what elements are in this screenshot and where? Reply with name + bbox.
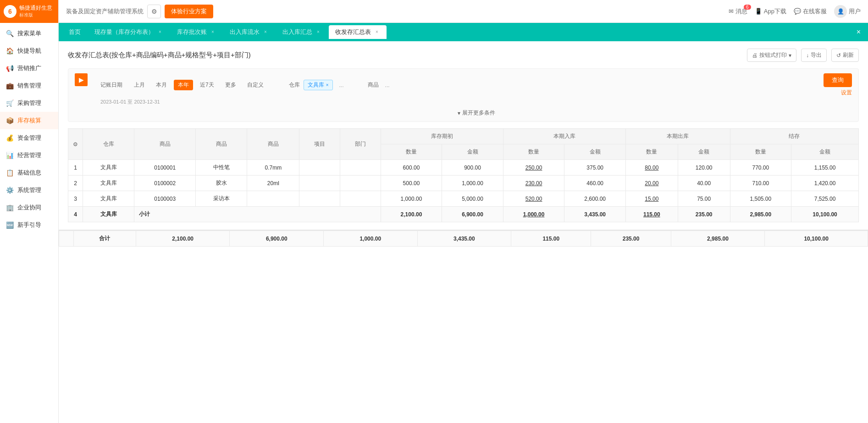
row-closing-amount: 7,525.00: [791, 191, 859, 207]
purchase-icon: 🛒: [6, 99, 14, 107]
close-tab-button[interactable]: ×: [853, 28, 864, 36]
sidebar-item-finance[interactable]: 💰 资金管理: [0, 129, 58, 147]
tab-close-icon[interactable]: ×: [262, 29, 269, 35]
tab-recv-send-summary[interactable]: 收发存汇总表 ×: [329, 25, 387, 39]
warehouse-more-button[interactable]: ...: [337, 81, 347, 89]
row-product-name: 采访本: [195, 191, 247, 207]
trial-button[interactable]: 体验行业方案: [165, 5, 213, 18]
main-area: 装备及固定资产辅助管理系统 ⚙ 体验行业方案 ✉ 消息 6 📱 App下载 💬 …: [59, 0, 868, 423]
sidebar-item-marketing[interactable]: 📢 营销推广: [0, 60, 58, 77]
user-button[interactable]: 👤 用户: [834, 5, 861, 18]
subtotal-in-qty[interactable]: 1,000.00: [503, 207, 564, 222]
date-range-display: 2023-01-01 至 2023-12-31: [100, 99, 160, 104]
col-project-header: 项目: [299, 129, 340, 160]
subtotal-out-qty[interactable]: 115.00: [625, 207, 678, 222]
row-in-qty[interactable]: 230.00: [503, 176, 564, 191]
row-product-name: 中性笔: [195, 160, 247, 176]
tab-close-icon[interactable]: ×: [374, 29, 380, 35]
warehouse-tag-close[interactable]: ×: [326, 82, 329, 88]
row-product-code: 0100003: [134, 191, 196, 207]
row-department: [340, 176, 381, 191]
subtotal-warehouse: 文具库: [83, 207, 134, 222]
row-opening-amount: 5,000.00: [442, 191, 503, 207]
tab-close-icon[interactable]: ×: [315, 29, 321, 35]
toggle-icon: ▶: [79, 76, 84, 83]
topbar-right: ✉ 消息 6 📱 App下载 💬 在线客服 👤 用户: [729, 5, 861, 18]
app-download-button[interactable]: 📱 App下载: [755, 7, 786, 16]
refresh-button[interactable]: ↺ 刷新: [831, 49, 859, 62]
row-in-qty[interactable]: 520.00: [503, 191, 564, 207]
online-service-button[interactable]: 💬 在线客服: [794, 7, 827, 16]
tab-close-icon[interactable]: ×: [210, 29, 216, 35]
refresh-icon: ↺: [836, 52, 841, 59]
row-warehouse: 文具库: [83, 160, 134, 176]
date-btn-custom[interactable]: 自定义: [243, 80, 268, 90]
row-out-qty[interactable]: 20.00: [625, 176, 678, 191]
sidebar-item-inventory[interactable]: 📦 库存核算: [0, 112, 58, 129]
sidebar: 6 畅捷通好生意 标准版 🔍 搜索菜单 🏠 快捷导航 📢 营销推广 💼 销售管理…: [0, 0, 59, 423]
row-out-qty[interactable]: 80.00: [625, 160, 678, 176]
expand-button[interactable]: ▾ 展开更多条件: [458, 109, 495, 117]
col-opening-header: 库存期初: [381, 129, 503, 144]
tab-inventory-dist[interactable]: 现存量（库存分布表） ×: [88, 25, 170, 39]
tab-io-flow[interactable]: 出入库流水 ×: [223, 25, 275, 39]
download-icon: 📱: [755, 8, 762, 15]
filter-toggle-button[interactable]: ▶: [75, 73, 88, 86]
tabbar: 首页 现存量（库存分布表） × 库存批次账 × 出入库流水 × 出入库汇总 × …: [59, 23, 868, 41]
col-in-header: 本期入库: [503, 129, 625, 144]
row-out-amount: 40.00: [678, 176, 730, 191]
tab-batch-ledger[interactable]: 库存批次账 ×: [171, 25, 222, 39]
sidebar-item-purchase[interactable]: 🛒 采购管理: [0, 94, 58, 112]
filter-main: ▶ 记账日期 上月 本月 本年 近7天 更多: [75, 73, 852, 117]
print-label: 按钮式打印: [759, 51, 787, 59]
row-opening-qty: 500.00: [381, 176, 442, 191]
query-button[interactable]: 查询: [824, 73, 852, 87]
sidebar-item-basic[interactable]: 📋 基础信息: [0, 164, 58, 181]
export-button[interactable]: ↓ 导出: [801, 49, 827, 62]
total-row: 合计 2,100.00 6,900.00 1,000.00 3,435.00 1…: [59, 231, 868, 247]
date-btn-this-month[interactable]: 本月: [152, 80, 171, 90]
tab-recv-send-label: 收发存汇总表: [335, 28, 371, 36]
row-product-code: 0100002: [134, 176, 196, 191]
topbar-left: 装备及固定资产辅助管理系统 ⚙ 体验行业方案: [66, 5, 213, 18]
filter-setting-button[interactable]: 设置: [841, 89, 852, 97]
col-product-spec-header: 商品: [247, 129, 299, 160]
inventory-icon: 📦: [6, 117, 14, 124]
sidebar-item-quicknav[interactable]: 🏠 快捷导航: [0, 42, 58, 60]
row-product-name: 胶水: [195, 176, 247, 191]
col-setting-header[interactable]: ⚙: [68, 129, 83, 160]
export-label: 导出: [811, 51, 822, 59]
row-in-qty[interactable]: 250.00: [503, 160, 564, 176]
online-service-label: 在线客服: [803, 7, 827, 16]
sidebar-item-corp[interactable]: 🏢 企业协同: [0, 199, 58, 216]
date-btn-last-month[interactable]: 上月: [130, 80, 149, 90]
message-button[interactable]: ✉ 消息 6: [729, 7, 747, 16]
sidebar-item-label: 搜索菜单: [17, 29, 41, 38]
row-project: [299, 191, 340, 207]
sidebar-item-system[interactable]: ⚙️ 系统管理: [0, 181, 58, 199]
settings-gear-button[interactable]: ⚙: [147, 5, 161, 18]
app-logo: 6: [4, 5, 17, 18]
sidebar-item-search[interactable]: 🔍 搜索菜单: [0, 25, 58, 42]
row-seq: 1: [68, 160, 83, 176]
tab-close-icon[interactable]: ×: [157, 29, 163, 35]
col-department-header: 部门: [340, 129, 381, 160]
print-button[interactable]: 🖨 按钮式打印 ▾: [747, 49, 796, 62]
sidebar-item-label: 采购管理: [17, 99, 41, 107]
date-btn-this-year[interactable]: 本年: [174, 80, 193, 90]
sidebar-item-business[interactable]: 📊 经营管理: [0, 147, 58, 164]
tab-io-summary[interactable]: 出入库汇总 ×: [276, 25, 328, 39]
sidebar-item-sales[interactable]: 💼 销售管理: [0, 77, 58, 94]
date-btn-7days[interactable]: 近7天: [196, 80, 218, 90]
subtotal-in-amount: 3,435.00: [564, 207, 626, 222]
message-icon: ✉: [729, 8, 734, 15]
warehouse-tag: 文具库 ×: [304, 80, 333, 90]
product-more-button[interactable]: ...: [382, 81, 393, 89]
row-closing-qty: 710.00: [730, 176, 791, 191]
row-out-qty[interactable]: 15.00: [625, 191, 678, 207]
date-btn-more[interactable]: 更多: [221, 80, 240, 90]
total-in-qty: 1,000.00: [324, 231, 418, 247]
tab-home[interactable]: 首页: [62, 25, 87, 39]
sidebar-item-guide[interactable]: 🆕 新手引导: [0, 216, 58, 234]
sidebar-item-label: 新手引导: [17, 221, 41, 229]
